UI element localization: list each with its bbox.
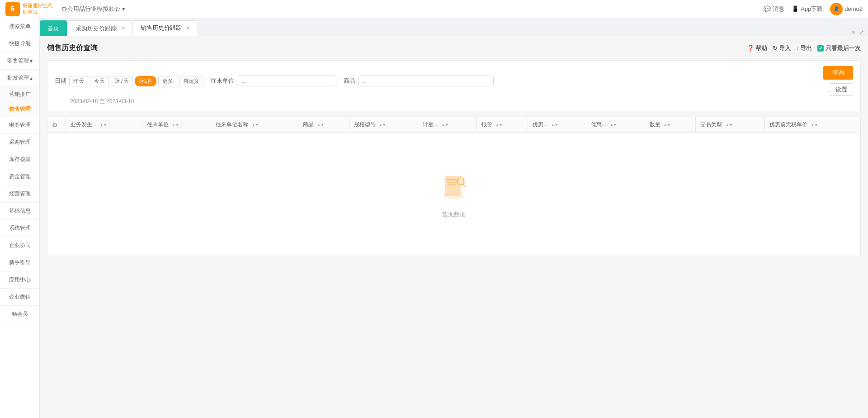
sort-arrows-quote: ▲▼: [495, 123, 503, 127]
table-header-row: ⚙ 业务发生... ▲▼ 往来单位 ▲▼ 往来单位名称: [47, 117, 860, 133]
tab-bar: 首页 采购历史价跟踪 × 销售历史价跟踪 × × ⤢: [40, 18, 868, 36]
from-unit-dots: ...: [241, 78, 245, 84]
tab-sales-history[interactable]: 销售历史价跟踪 ×: [133, 20, 197, 36]
sidebar-item-quick-nav[interactable]: 快捷导航: [0, 35, 39, 52]
empty-text: 暂无数据: [442, 210, 466, 218]
tab-purchase-history-close[interactable]: ×: [121, 25, 124, 32]
tab-sales-history-close[interactable]: ×: [186, 25, 189, 31]
date-btn-today[interactable]: 今天: [90, 76, 109, 86]
sidebar-item-finance[interactable]: 资金管理: [0, 168, 39, 185]
table-container: ⚙ 业务发生... ▲▼ 往来单位 ▲▼ 往来单位名称: [47, 117, 861, 255]
th-discount2[interactable]: 优惠... ▲▼: [586, 117, 645, 133]
query-button[interactable]: 查询: [823, 66, 853, 80]
svg-rect-3: [447, 182, 456, 183]
sidebar-item-basic-info[interactable]: 基础信息: [0, 203, 39, 220]
goods-input[interactable]: ...: [358, 76, 494, 86]
help-button[interactable]: ❓ 帮助: [747, 44, 767, 52]
sidebar-item-retail[interactable]: 零售管理 ▾: [0, 52, 39, 70]
tab-purchase-history[interactable]: 采购历史价跟踪 ×: [68, 20, 132, 36]
th-unit-code[interactable]: 往来单位 ▲▼: [142, 117, 211, 133]
sort-arrows-discount1: ▲▼: [551, 123, 558, 127]
top-bar-right: 💬 消息 📱 App下载 👤 demo2: [764, 3, 863, 15]
th-gear: ⚙: [47, 117, 66, 133]
from-unit-input[interactable]: ...: [237, 76, 336, 86]
sidebar-item-collab[interactable]: 企业协同: [0, 237, 39, 254]
th-biz-date[interactable]: 业务发生... ▲▼: [66, 117, 142, 133]
page-title: 销售历史价查询: [47, 43, 98, 53]
sidebar-item-purchase[interactable]: 采购管理: [0, 134, 39, 151]
import-button[interactable]: ↻ 导入: [773, 44, 791, 52]
breadcrumb-dropdown-icon[interactable]: ▾: [122, 5, 125, 12]
svg-rect-4: [447, 184, 457, 185]
sort-arrows-unit: ▲▼: [442, 123, 449, 127]
date-btn-1month[interactable]: 近1月: [135, 76, 157, 86]
top-bar: 6 畅捷通好生意 标准版 办公用品行业模拟账套 ▾ 💬 消息 📱 App下载 👤…: [0, 0, 868, 18]
date-btn-more[interactable]: 更多: [158, 76, 177, 86]
import-icon: ↻: [773, 45, 778, 52]
date-btn-yesterday[interactable]: 昨天: [69, 76, 88, 86]
goods-filter: 商品 ...: [344, 76, 494, 86]
gear-icon[interactable]: ⚙: [52, 121, 58, 128]
sidebar-item-operation[interactable]: 经营管理: [0, 185, 39, 203]
breadcrumb: 办公用品行业模拟账套 ▾: [61, 5, 125, 13]
tab-home[interactable]: 首页: [40, 20, 67, 36]
sidebar-item-system[interactable]: 系统管理: [0, 220, 39, 237]
checkbox-checked-icon: ✓: [817, 45, 824, 52]
page-title-actions: ❓ 帮助 ↻ 导入 ↓ 导出 ✓ 只看最后一次: [747, 44, 861, 52]
date-btn-7days[interactable]: 近7天: [111, 76, 133, 86]
th-trade-type[interactable]: 交易类型 ▲▼: [696, 117, 765, 133]
app-download-button[interactable]: 📱 App下载: [792, 5, 823, 13]
window-close-button[interactable]: ×: [852, 28, 855, 36]
logo-icon: 6: [5, 2, 20, 16]
sidebar: 搜索菜单 快捷导航 零售管理 ▾ 批发管理 ▴ 营销推广 销售管理 电商管理 采…: [0, 18, 40, 418]
filter-row-1: 日期 昨天 今天 近7天 近1月 更多 自定义 往来单位: [55, 66, 853, 96]
th-spec[interactable]: 规格型号 ▲▼: [349, 117, 418, 133]
sidebar-item-search[interactable]: 搜索菜单: [0, 18, 39, 35]
sidebar-sub-sales-mgmt[interactable]: 销售管理: [0, 102, 39, 117]
page-content: 销售历史价查询 ❓ 帮助 ↻ 导入 ↓ 导出 ✓: [40, 36, 868, 418]
th-goods[interactable]: 商品 ▲▼: [298, 117, 349, 133]
sort-arrows-quantity: ▲▼: [664, 123, 671, 127]
sidebar-item-wechat[interactable]: 企业微信: [0, 289, 39, 306]
sidebar-item-app-center[interactable]: 应用中心: [0, 271, 39, 289]
download-icon: 📱: [792, 5, 799, 12]
sidebar-item-newbie[interactable]: 新手引导: [0, 254, 39, 271]
page-title-row: 销售历史价查询 ❓ 帮助 ↻ 导入 ↓ 导出 ✓: [47, 43, 861, 53]
window-maximize-button[interactable]: ⤢: [859, 28, 864, 36]
from-unit-label: 往来单位: [211, 77, 234, 85]
th-unit-name[interactable]: 往来单位名称 ▲▼: [211, 117, 298, 133]
goods-label: 商品: [344, 77, 355, 85]
help-icon: ❓: [747, 45, 754, 52]
message-icon: 💬: [764, 5, 771, 12]
sidebar-item-wholesale[interactable]: 批发管理 ▴: [0, 70, 39, 87]
export-icon: ↓: [796, 45, 799, 52]
sidebar-item-vip[interactable]: 畅会员: [0, 306, 39, 323]
date-filter: 日期 昨天 今天 近7天 近1月 更多 自定义: [55, 76, 203, 86]
date-range-display: 2023-02-18 至 2023-03-18: [70, 98, 134, 104]
date-btn-custom[interactable]: 自定义: [179, 76, 203, 86]
only-last-checkbox[interactable]: ✓ 只看最后一次: [817, 44, 861, 52]
th-pretax-price[interactable]: 优惠前无税单价 ▲▼: [765, 117, 860, 133]
content-area: 首页 采购历史价跟踪 × 销售历史价跟踪 × × ⤢ 销售历史价查询: [40, 18, 868, 418]
th-quantity[interactable]: 数量 ▲▼: [645, 117, 696, 133]
th-unit[interactable]: 计量... ▲▼: [418, 117, 476, 133]
th-quote[interactable]: 报价 ▲▼: [476, 117, 528, 133]
sort-arrows-biz-date: ▲▼: [100, 123, 107, 127]
filter-area: 日期 昨天 今天 近7天 近1月 更多 自定义 往来单位: [47, 60, 861, 111]
sort-arrows-spec: ▲▼: [379, 123, 386, 127]
sort-arrows-unit-code: ▲▼: [172, 123, 179, 127]
date-buttons: 昨天 今天 近7天 近1月 更多 自定义: [69, 76, 203, 86]
avatar: 👤: [830, 3, 843, 15]
wholesale-arrow-icon: ▴: [30, 75, 33, 81]
sort-arrows-goods: ▲▼: [317, 123, 324, 127]
sidebar-item-inventory[interactable]: 库存核算: [0, 151, 39, 168]
empty-icon: [436, 169, 472, 205]
settings-button[interactable]: 设置: [830, 83, 853, 96]
sidebar-item-ecommerce[interactable]: 电商管理: [0, 117, 39, 134]
sort-arrows-pretax-price: ▲▼: [811, 123, 818, 127]
user-avatar[interactable]: 👤 demo2: [830, 3, 863, 15]
message-button[interactable]: 💬 消息: [764, 5, 784, 13]
th-discount1[interactable]: 优惠... ▲▼: [528, 117, 586, 133]
export-button[interactable]: ↓ 导出: [796, 44, 812, 52]
sidebar-sub-marketing[interactable]: 营销推广: [0, 87, 39, 102]
